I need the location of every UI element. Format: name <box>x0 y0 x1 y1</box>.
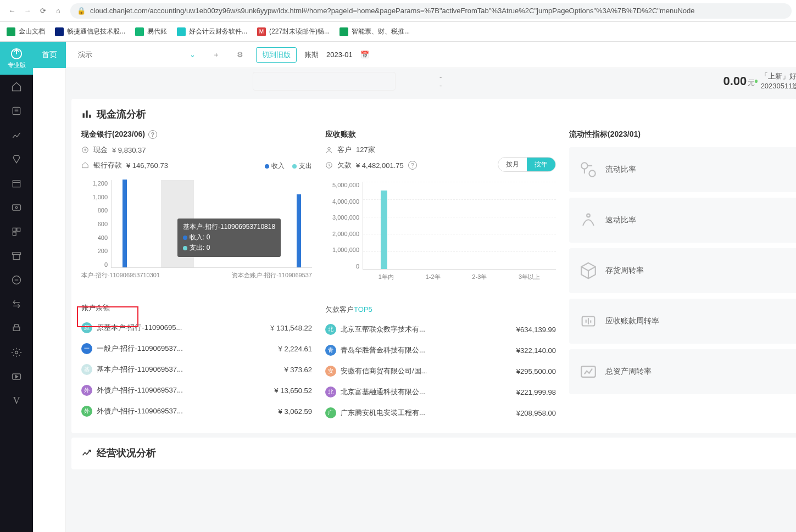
address-bar[interactable]: 🔒 cloud.chanjet.com/accounting/uw1eb00zy… <box>70 3 792 19</box>
summary-strip: -- 0.00元 「上新」好会计20230511迭代更新 <box>247 68 796 94</box>
help-icon[interactable]: ? <box>148 130 157 139</box>
nav-salary-icon[interactable] <box>0 195 33 220</box>
section-title-operations: 经营状况分析 <box>71 438 796 463</box>
left-nav-rail: 专业版 V <box>0 42 33 532</box>
period-value: 2023-01 <box>326 51 353 59</box>
browser-toolbar: ← → ⟳ ⌂ 🔒 cloud.chanjet.com/accounting/u… <box>0 0 796 22</box>
bookmark-item[interactable]: 金山文档 <box>7 27 45 36</box>
period-toggle[interactable]: 按月 按年 <box>498 157 556 172</box>
list-item[interactable]: 一一般户-招行-1109069537...¥ 2,224.61 <box>81 338 312 359</box>
svg-rect-7 <box>13 232 16 236</box>
cash-bank-header: 现金银行(2023/06)? <box>81 130 312 139</box>
svg-point-13 <box>15 351 18 354</box>
news-ticker[interactable]: 「上新」好会计20230511迭代更新 <box>755 71 796 91</box>
page-tabs: 首页 <box>33 42 66 532</box>
metric-current-ratio[interactable]: 流动比率 <box>569 147 796 192</box>
chevron-down-icon: ⌄ <box>190 51 196 59</box>
list-item[interactable]: 安安徽有信商贸有限公司/国...¥295,500.00 <box>325 361 556 382</box>
lock-icon: 🔒 <box>77 7 86 15</box>
nav-transfer-icon[interactable] <box>0 292 33 316</box>
nav-home-icon[interactable] <box>0 75 33 99</box>
toggle-month[interactable]: 按月 <box>498 158 527 171</box>
search-placeholder-box[interactable] <box>253 72 396 91</box>
account-balance-list: 原原基本户-招行-11090695...¥ 131,548.22 一一般户-招行… <box>81 317 312 422</box>
strip-amount: 0.00 <box>723 74 747 88</box>
nav-funds-icon[interactable] <box>0 147 33 171</box>
metric-inventory-turnover[interactable]: 存货周转率 <box>569 248 796 293</box>
svg-rect-15 <box>83 113 85 117</box>
bookmark-item[interactable]: 畅捷通信息技术股... <box>55 27 125 36</box>
list-item[interactable]: 北北京富基融通科技有限公...¥221,999.98 <box>325 382 556 402</box>
add-button[interactable]: ＋ <box>208 47 224 63</box>
bookmark-item[interactable]: 易代账 <box>135 27 167 36</box>
section-title-cashflow: 现金流分析 <box>71 99 796 124</box>
nav-tax-icon[interactable] <box>0 268 33 292</box>
nav-video-icon[interactable] <box>0 365 33 389</box>
badge-icon: 外 <box>81 385 92 396</box>
nav-print-icon[interactable] <box>0 316 33 340</box>
list-item[interactable]: 原原基本户-招行-11090695...¥ 131,548.22 <box>81 317 312 338</box>
bookmark-item[interactable]: 智能票、财、税推... <box>339 27 410 36</box>
svg-rect-11 <box>13 327 20 331</box>
nav-v-icon[interactable]: V <box>0 389 33 413</box>
url-text: cloud.chanjet.com/accounting/uw1eb00zy96… <box>90 7 695 15</box>
badge-icon: 安 <box>325 366 336 377</box>
svg-point-23 <box>587 214 590 217</box>
svg-rect-6 <box>17 228 20 231</box>
forward-button[interactable]: → <box>20 3 35 19</box>
reload-button[interactable]: ⟳ <box>35 3 51 19</box>
metric-ar-turnover[interactable]: 应收账款周转率 <box>569 299 796 344</box>
top5-subheader: 欠款客户TOP5 <box>325 305 556 315</box>
bar-income[interactable] <box>123 180 127 267</box>
old-version-button[interactable]: 切到旧版 <box>256 47 297 63</box>
badge-icon: 广 <box>325 407 336 418</box>
liquidity-panel: 流动性指标(2023/01) 流动比率 速动比率 存货周转率 应收账款周转率 总… <box>569 130 796 423</box>
nav-inventory-icon[interactable] <box>0 220 33 244</box>
bookmarks-bar: 金山文档 畅捷通信息技术股... 易代账 好会计云财务软件... M(227封未… <box>0 22 796 42</box>
liquidity-header: 流动性指标(2023/01) <box>569 130 796 139</box>
list-item[interactable]: 外外债户-招行-1109069537...¥ 13,650.52 <box>81 380 312 401</box>
list-item[interactable]: 广广东腾安机电安装工程有...¥208,958.00 <box>325 402 556 423</box>
top-toolbar: 演示 ⌄ ＋ ⚙ 切到旧版 账期 2023-01 📅 <box>66 42 796 68</box>
nav-settings-icon[interactable] <box>0 340 33 365</box>
list-item[interactable]: 基基本户-招行-1109069537...¥ 373.62 <box>81 359 312 380</box>
nav-report-icon[interactable] <box>0 123 33 147</box>
tab-home[interactable]: 首页 <box>33 42 66 68</box>
svg-rect-12 <box>15 324 19 327</box>
svg-point-4 <box>15 206 17 208</box>
nav-archive-icon[interactable] <box>0 244 33 268</box>
bar-income[interactable] <box>297 194 301 267</box>
bookmark-item[interactable]: 好会计云财务软件... <box>177 27 247 36</box>
svg-rect-5 <box>13 228 16 231</box>
brand-logo[interactable]: 专业版 <box>0 42 33 75</box>
svg-rect-17 <box>89 115 91 118</box>
list-item[interactable]: 青青岛华胜普金科技有限公...¥322,140.00 <box>325 340 556 361</box>
toggle-year[interactable]: 按年 <box>527 158 555 171</box>
nav-voucher-icon[interactable] <box>0 99 33 123</box>
balance-subheader: 账户余额 <box>81 303 312 313</box>
badge-icon: 北 <box>325 324 336 335</box>
cash-row: 现金¥ 9,830.37 <box>81 145 312 155</box>
bank-chart: 1,2001,0008006004002000 基本户-招行-110906953… <box>81 180 312 290</box>
badge-icon: 外 <box>81 406 92 417</box>
list-item[interactable]: 外外债户-招行-1109069537...¥ 3,062.59 <box>81 401 312 422</box>
bars-icon <box>81 109 92 120</box>
svg-point-22 <box>589 170 595 176</box>
bookmark-item[interactable]: M(227封未读邮件)畅... <box>257 27 330 36</box>
metric-asset-turnover[interactable]: 总资产周转率 <box>569 349 796 394</box>
gear-icon[interactable]: ⚙ <box>232 47 248 63</box>
metric-quick-ratio[interactable]: 速动比率 <box>569 198 796 243</box>
svg-rect-9 <box>13 255 20 260</box>
customer-row: 客户127家 <box>325 145 417 155</box>
nav-assets-icon[interactable] <box>0 171 33 195</box>
help-icon[interactable]: ? <box>408 161 417 170</box>
y-axis: 5,000,0004,000,0003,000,0002,000,0001,00… <box>325 182 359 270</box>
list-item[interactable]: 北北京互帮联众数字技术有...¥634,139.99 <box>325 319 556 340</box>
badge-icon: 基 <box>81 364 92 375</box>
company-selector[interactable]: 演示 ⌄ <box>74 47 200 63</box>
home-button[interactable]: ⌂ <box>51 3 66 19</box>
bar-ar[interactable] <box>381 191 387 269</box>
calendar-icon[interactable]: 📅 <box>360 51 369 59</box>
back-button[interactable]: ← <box>4 3 20 19</box>
svg-point-19 <box>328 147 331 150</box>
